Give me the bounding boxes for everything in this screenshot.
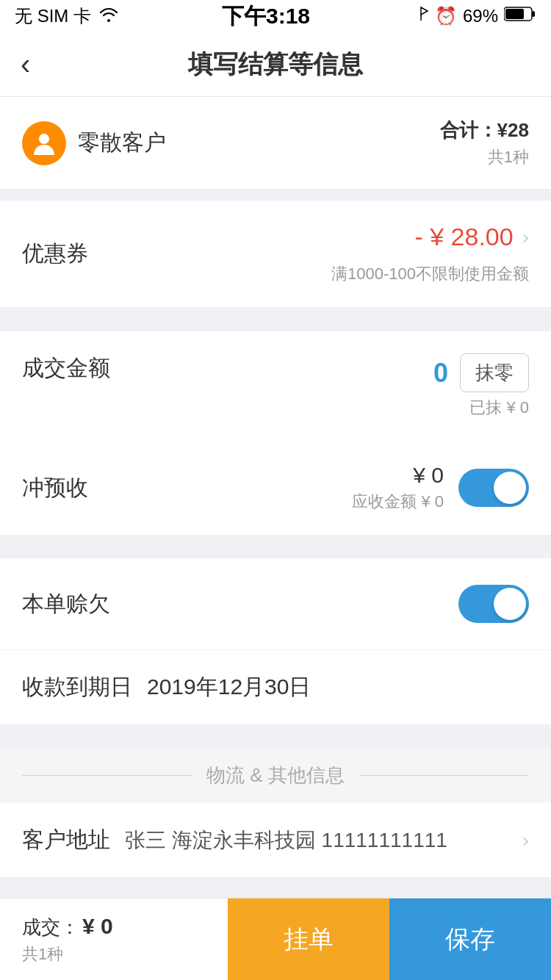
coupon-section[interactable]: 优惠券 - ¥ 28.00 › 满1000-100不限制使用金额 (0, 201, 551, 308)
logistics-line-right (359, 775, 529, 776)
customer-name: 零散客户 (78, 128, 166, 158)
chevron-right-icon: › (522, 226, 529, 249)
sim-status: 无 SIM 卡 (15, 4, 91, 28)
status-right: ⏰ 69% (413, 6, 536, 26)
due-date-label: 收款到期日 (22, 672, 132, 702)
section-separator-2 (0, 547, 551, 558)
round-zero-button[interactable]: 抹零 (460, 353, 529, 392)
save-button[interactable]: 保存 (389, 898, 551, 981)
section-separator-3 (0, 736, 551, 748)
section-separator-1 (0, 320, 551, 331)
page-title: 填写结算等信息 (188, 48, 363, 82)
status-bar: 无 SIM 卡 下午3:18 ⏰ 69% (0, 0, 551, 32)
battery-icon (504, 6, 536, 26)
precharge-right: ¥ 0 应收金额 ¥ 0 (352, 463, 529, 513)
precharge-sub-amount: 应收金额 ¥ 0 (352, 491, 444, 513)
due-date-row: 收款到期日 2019年12月30日 (0, 649, 551, 724)
toggle-knob (494, 472, 526, 504)
deal-input-area: 0 抹零 (433, 353, 529, 392)
logistics-line-left (22, 775, 192, 776)
battery-level: 69% (463, 6, 498, 26)
back-button[interactable]: ‹ (21, 48, 30, 81)
nav-bar: ‹ 填写结算等信息 (0, 32, 551, 97)
address-row[interactable]: 客户地址 张三 海淀永丰科技园 11111111111 › (0, 803, 551, 877)
coupon-row[interactable]: 优惠券 - ¥ 28.00 › 满1000-100不限制使用金额 (0, 201, 551, 308)
coupon-right: - ¥ 28.00 › 满1000-100不限制使用金额 (331, 223, 529, 285)
address-value: 张三 海淀永丰科技园 11111111111 (125, 826, 508, 854)
total-count: 共1种 (440, 146, 529, 168)
customer-info: 零散客户 (22, 121, 166, 165)
precharge-row: 冲预收 ¥ 0 应收金额 ¥ 0 (0, 441, 551, 535)
status-left: 无 SIM 卡 (15, 4, 119, 28)
bad-debt-row: 本单赊欠 (0, 558, 551, 649)
logistics-label: 物流 & 其他信息 (206, 763, 345, 788)
address-label: 客户地址 (22, 825, 110, 855)
svg-rect-2 (505, 9, 524, 19)
deal-amount-label: 成交金额 (22, 353, 110, 383)
due-date-value[interactable]: 2019年12月30日 (147, 672, 311, 702)
precharge-label: 冲预收 (22, 473, 88, 503)
svg-rect-1 (532, 11, 535, 17)
wifi-icon (98, 6, 119, 26)
bad-debt-toggle-knob (494, 588, 526, 620)
deal-amount-row: 成交金额 0 抹零 已抹 ¥ 0 (0, 331, 551, 441)
precharge-amounts: ¥ 0 应收金额 ¥ 0 (352, 463, 444, 513)
deal-amount-value[interactable]: 0 (433, 358, 448, 389)
svg-point-3 (39, 134, 49, 144)
avatar (22, 121, 66, 165)
footer-deal-amount: ¥ 0 (82, 914, 113, 939)
precharge-toggle[interactable] (458, 469, 529, 507)
footer-deal-label: 成交： (22, 915, 79, 940)
precharge-main-amount: ¥ 0 (352, 463, 444, 488)
bad-debt-toggle[interactable] (458, 585, 529, 623)
address-chevron-icon: › (522, 829, 529, 852)
alarm-icon: ⏰ (435, 6, 457, 26)
deal-amount-sub: 已抹 ¥ 0 (469, 397, 529, 419)
content-area: 零散客户 合计：¥28 共1种 优惠券 - ¥ 28.00 › 满1000-10… (0, 97, 551, 965)
deal-amount-section: 成交金额 0 抹零 已抹 ¥ 0 冲预收 ¥ 0 应收金额 ¥ 0 (0, 331, 551, 535)
total-amount: 合计：¥28 (440, 118, 529, 143)
bottom-footer: 成交： ¥ 0 共1种 挂单 保存 (0, 898, 551, 980)
footer-count: 共1种 (22, 943, 206, 965)
location-icon (413, 6, 429, 26)
coupon-amount: - ¥ 28.00 (414, 223, 513, 251)
hang-button[interactable]: 挂单 (228, 898, 389, 981)
coupon-subtext: 满1000-100不限制使用金额 (331, 263, 529, 285)
bad-debt-section: 本单赊欠 收款到期日 2019年12月30日 (0, 558, 551, 724)
bad-debt-label: 本单赊欠 (22, 589, 110, 619)
customer-total: 合计：¥28 共1种 (440, 118, 529, 168)
logistics-header: 物流 & 其他信息 (0, 748, 551, 803)
footer-summary: 成交： ¥ 0 共1种 (0, 914, 228, 965)
customer-row: 零散客户 合计：¥28 共1种 (0, 97, 551, 189)
status-time: 下午3:18 (222, 1, 310, 32)
coupon-label: 优惠券 (22, 239, 88, 269)
